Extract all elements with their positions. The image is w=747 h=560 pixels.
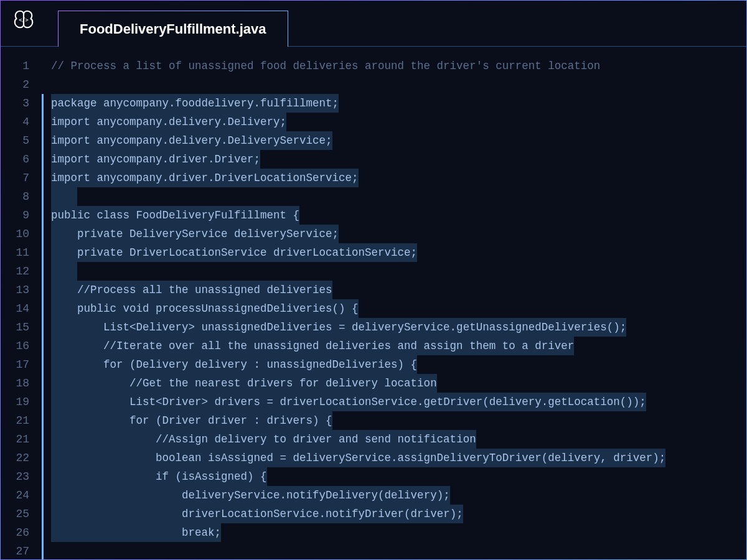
code-text: package anycompany.fooddelivery.fulfillm… <box>51 94 339 113</box>
code-line[interactable]: import anycompany.delivery.Delivery; <box>38 113 746 131</box>
line-number: 5 <box>1 131 29 150</box>
code-line[interactable]: // Process a list of unassigned food del… <box>38 57 746 75</box>
code-line[interactable]: public void processUnassignedDeliveries(… <box>38 299 746 318</box>
code-text: List<Driver> drivers = driverLocationSer… <box>129 396 646 408</box>
tab-bar: </> FoodDeliveryFulfillment.java <box>1 1 746 47</box>
code-line[interactable]: //Assign delivery to driver and send not… <box>38 430 746 449</box>
code-text: //Get the nearest drivers for delivery l… <box>129 377 437 390</box>
code-line[interactable]: private DeliveryService deliveryService; <box>38 225 746 243</box>
line-number: 6 <box>1 150 29 169</box>
code-text: break; <box>182 526 221 539</box>
code-line[interactable]: package anycompany.fooddelivery.fulfillm… <box>38 94 746 113</box>
code-line[interactable] <box>38 187 746 206</box>
code-text: private DriverLocationService driverLoca… <box>77 246 417 259</box>
code-line[interactable]: //Process all the unassigned deliveries <box>38 281 746 299</box>
code-text: import anycompany.delivery.DeliveryServi… <box>51 131 332 150</box>
code-line[interactable]: import anycompany.driver.DriverLocationS… <box>38 169 746 187</box>
line-number: 14 <box>1 299 29 318</box>
code-text: for (Driver driver : drivers) { <box>129 414 332 427</box>
code-line[interactable]: List<Delivery> unassignedDeliveries = de… <box>38 318 746 337</box>
code-line[interactable]: List<Driver> drivers = driverLocationSer… <box>38 393 746 411</box>
selection-indicator <box>42 94 44 559</box>
line-number: 3 <box>1 94 29 113</box>
code-line[interactable]: break; <box>38 523 746 542</box>
line-number: 4 <box>1 113 29 131</box>
line-number: 26 <box>1 523 29 542</box>
line-number: 1 <box>1 57 29 75</box>
line-number-gutter: 1 2 3 4 5 6 7 8 9 10 11 12 13 14 15 16 1… <box>1 57 38 559</box>
line-number: 17 <box>1 355 29 374</box>
line-number: 21 <box>1 411 29 430</box>
code-line[interactable]: import anycompany.driver.Driver; <box>38 150 746 169</box>
code-text: import anycompany.driver.Driver; <box>51 150 260 169</box>
code-text: import anycompany.driver.DriverLocationS… <box>51 169 359 187</box>
line-number: 8 <box>1 187 29 206</box>
code-area[interactable]: // Process a list of unassigned food del… <box>38 57 746 559</box>
file-tab[interactable]: FoodDeliveryFulfillment.java <box>58 11 288 47</box>
code-line[interactable]: import anycompany.delivery.DeliveryServi… <box>38 131 746 150</box>
line-number: 21 <box>1 430 29 449</box>
code-line[interactable] <box>38 262 746 281</box>
code-text: if (isAssigned) { <box>156 470 267 483</box>
code-text: //Assign delivery to driver and send not… <box>156 433 476 446</box>
line-number: 25 <box>1 505 29 523</box>
code-text: // Process a list of unassigned food del… <box>51 57 600 75</box>
line-number: 23 <box>1 467 29 486</box>
code-text: boolean isAssigned = deliveryService.ass… <box>156 452 665 464</box>
code-line[interactable]: driverLocationService.notifyDriver(drive… <box>38 505 746 523</box>
line-number: 22 <box>1 449 29 467</box>
code-text: for (Delivery delivery : unassignedDeliv… <box>103 358 417 371</box>
code-line[interactable]: for (Delivery delivery : unassignedDeliv… <box>38 355 746 374</box>
code-text: driverLocationService.notifyDriver(drive… <box>182 508 463 520</box>
code-line[interactable]: if (isAssigned) { <box>38 467 746 486</box>
file-tab-label: FoodDeliveryFulfillment.java <box>80 21 266 37</box>
line-number: 12 <box>1 262 29 281</box>
code-text: deliveryService.notifyDelivery(delivery)… <box>182 489 450 502</box>
code-editor[interactable]: 1 2 3 4 5 6 7 8 9 10 11 12 13 14 15 16 1… <box>1 47 746 559</box>
code-line[interactable]: boolean isAssigned = deliveryService.ass… <box>38 449 746 467</box>
line-number: 24 <box>1 486 29 505</box>
line-number: 2 <box>1 75 29 94</box>
line-number: 18 <box>1 374 29 393</box>
line-number: 16 <box>1 337 29 355</box>
line-number: 9 <box>1 206 29 225</box>
line-number: 11 <box>1 243 29 262</box>
app-logo-icon: </> <box>12 7 35 31</box>
line-number: 27 <box>1 542 29 559</box>
line-number: 19 <box>1 393 29 411</box>
code-text: private DeliveryService deliveryService; <box>77 228 339 240</box>
code-line[interactable]: public class FoodDeliveryFulfillment { <box>38 206 746 225</box>
code-text: import anycompany.delivery.Delivery; <box>51 113 286 131</box>
line-number: 13 <box>1 281 29 299</box>
code-line[interactable] <box>38 75 746 94</box>
code-line[interactable]: for (Driver driver : drivers) { <box>38 411 746 430</box>
code-line[interactable] <box>38 542 746 559</box>
svg-text:</>: </> <box>19 17 28 23</box>
code-text: //Iterate over all the unassigned delive… <box>103 340 574 352</box>
code-line[interactable]: deliveryService.notifyDelivery(delivery)… <box>38 486 746 505</box>
line-number: 10 <box>1 225 29 243</box>
line-number: 15 <box>1 318 29 337</box>
line-number: 7 <box>1 169 29 187</box>
code-line[interactable]: //Get the nearest drivers for delivery l… <box>38 374 746 393</box>
code-text: public class FoodDeliveryFulfillment { <box>51 206 299 225</box>
code-line[interactable]: //Iterate over all the unassigned delive… <box>38 337 746 355</box>
code-text: //Process all the unassigned deliveries <box>77 284 332 296</box>
code-text: List<Delivery> unassignedDeliveries = de… <box>103 321 626 334</box>
editor-window: </> FoodDeliveryFulfillment.java 1 2 3 4… <box>0 0 747 560</box>
code-text: public void processUnassignedDeliveries(… <box>77 302 359 315</box>
code-line[interactable]: private DriverLocationService driverLoca… <box>38 243 746 262</box>
